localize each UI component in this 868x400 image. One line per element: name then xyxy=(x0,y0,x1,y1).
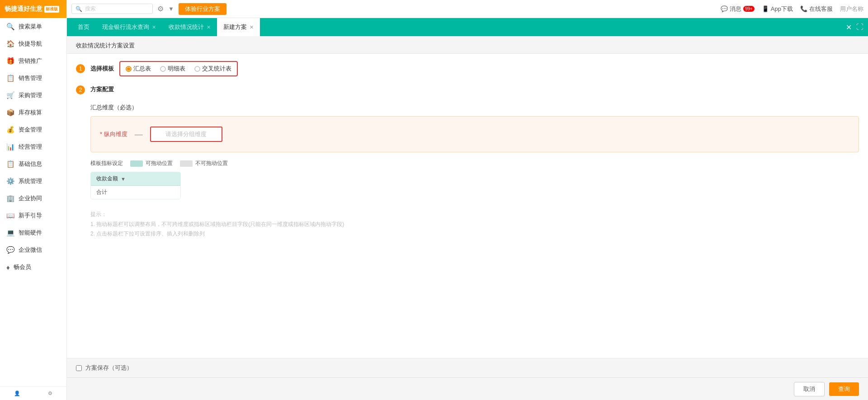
step1-label: 选择模板 xyxy=(90,65,114,73)
notifications-label: 消息 xyxy=(730,5,741,13)
indicator-body: 合计 xyxy=(91,186,180,199)
radio-cross-label: 交叉统计表 xyxy=(202,65,231,73)
step2-label: 方案配置 xyxy=(90,85,114,94)
sidebar: 畅捷通好生意 标准版 🔍 搜索菜单 🏠 快捷导航 🎁 营销推广 📋 销售管理 🛒… xyxy=(0,0,67,400)
online-service-btn[interactable]: 📞 在线客服 xyxy=(800,5,833,13)
service-icon: 📞 xyxy=(800,5,807,12)
app-download-btn[interactable]: 📱 App下载 xyxy=(762,5,793,13)
search-icon: 🔍 xyxy=(75,6,82,12)
tab-bank-flow[interactable]: 现金银行流水查询 ✕ xyxy=(96,18,162,36)
sidebar-item-wechat[interactable]: 💬 企业微信 xyxy=(0,241,66,259)
notifications-btn[interactable]: 💬 消息 99+ xyxy=(721,5,755,13)
industry-btn[interactable]: 体验行业方案 xyxy=(179,3,226,15)
radio-summary-dot xyxy=(126,66,132,72)
money-icon: 💰 xyxy=(6,126,15,134)
tab-bank-flow-label: 现金银行流水查询 xyxy=(102,23,149,31)
sidebar-item-guide[interactable]: 📖 新手引导 xyxy=(0,207,66,224)
sidebar-item-basic-info[interactable]: 📋 基础信息 xyxy=(0,155,66,173)
sidebar-item-sales[interactable]: 📋 销售管理 xyxy=(0,70,66,87)
step2-content: 汇总维度（必选） * 纵向维度 — 请选择分组维度 模板指标设定 xyxy=(90,104,859,239)
info-icon: 📋 xyxy=(6,160,15,168)
cart-icon: 🛒 xyxy=(6,91,15,99)
step1-row: 1 选择模板 汇总表 明细表 交叉统计表 xyxy=(76,61,859,76)
search-box[interactable]: 🔍 搜索 xyxy=(71,4,153,14)
query-button[interactable]: 查询 xyxy=(829,382,859,396)
user-icon: 👤 xyxy=(14,391,20,396)
topbar: 🔍 搜索 ⚙ ▼ 体验行业方案 💬 消息 99+ 📱 App下载 📞 在线客服 … xyxy=(67,0,868,18)
sidebar-item-label: 搜索菜单 xyxy=(19,23,42,31)
indicator-legend: 模板指标设定 可拖动位置 不可拖动位置 xyxy=(90,160,859,167)
radio-cross[interactable]: 交叉统计表 xyxy=(194,65,231,73)
radio-detail-label: 明细表 xyxy=(168,65,185,73)
app-logo: 畅捷通好生意 标准版 xyxy=(0,0,66,18)
gear-settings-icon[interactable]: ⚙ xyxy=(157,5,164,13)
sidebar-item-label: 经营管理 xyxy=(19,143,42,151)
legend-draggable: 可拖动位置 xyxy=(130,160,173,167)
settings-icon: ⚙ xyxy=(48,391,52,396)
content-area: 收款情况统计方案设置 1 选择模板 汇总表 明细表 xyxy=(67,36,868,377)
box-icon: 📦 xyxy=(6,108,15,117)
save-section: 方案保存（可选） xyxy=(67,358,868,377)
save-label: 方案保存（可选） xyxy=(85,364,132,372)
sidebar-bottom: 👤 ⚙ xyxy=(0,386,66,400)
topbar-right: 💬 消息 99+ 📱 App下载 📞 在线客服 用户名称 xyxy=(721,5,863,13)
indicator-header[interactable]: 收款金额 ▼ xyxy=(91,172,180,186)
radio-summary[interactable]: 汇总表 xyxy=(126,65,151,73)
gear-icon: ⚙️ xyxy=(6,177,15,185)
search-icon: 🔍 xyxy=(6,23,15,31)
tab-receipts-stat-close-icon[interactable]: ✕ xyxy=(207,24,211,30)
save-checkbox[interactable] xyxy=(76,365,82,371)
sidebar-item-smart-hw[interactable]: 💻 智能硬件 xyxy=(0,224,66,241)
sidebar-item-label: 基础信息 xyxy=(19,160,42,168)
tab-home[interactable]: 首页 xyxy=(71,18,96,36)
sidebar-item-label: 销售管理 xyxy=(19,74,42,82)
tab-receipts-stat[interactable]: 收款情况统计 ✕ xyxy=(162,18,217,36)
sidebar-item-marketing[interactable]: 🎁 营销推广 xyxy=(0,52,66,70)
sidebar-item-purchase[interactable]: 🛒 采购管理 xyxy=(0,87,66,104)
sidebar-item-operation[interactable]: 📊 经营管理 xyxy=(0,138,66,155)
tips-section: 提示： 1. 拖动标题栏可以调整布局，不可跨维度或指标区域拖动栏目字段(只能在同… xyxy=(90,210,859,239)
sidebar-item-label: 畅会员 xyxy=(14,263,31,271)
sidebar-item-label: 采购管理 xyxy=(19,91,42,99)
dimension-area: * 纵向维度 — 请选择分组维度 xyxy=(90,116,859,152)
template-radio-group: 汇总表 明细表 交叉统计表 xyxy=(119,61,238,76)
guide-icon: 📖 xyxy=(6,212,15,220)
service-label: 在线客服 xyxy=(809,5,833,13)
tab-new-plan[interactable]: 新建方案 ✕ xyxy=(217,18,260,36)
sidebar-item-member[interactable]: ♦ 畅会员 xyxy=(0,259,66,276)
group-dimension-select[interactable]: 请选择分组维度 xyxy=(150,127,222,142)
radio-cross-dot xyxy=(194,66,200,72)
sidebar-item-inventory[interactable]: 📦 库存核算 xyxy=(0,104,66,121)
maximize-icon[interactable]: ⛶ xyxy=(856,23,863,31)
footer-bar: 取消 查询 xyxy=(67,377,868,400)
radio-detail-dot xyxy=(160,66,166,72)
tab-new-plan-close-icon[interactable]: ✕ xyxy=(250,24,254,30)
radio-detail[interactable]: 明细表 xyxy=(160,65,185,73)
close-window-icon[interactable]: ✕ xyxy=(846,23,852,32)
sidebar-item-label: 新手引导 xyxy=(19,212,42,220)
sidebar-item-label: 系统管理 xyxy=(19,177,42,185)
logo-badge: 标准版 xyxy=(44,6,59,13)
sidebar-bottom-settings[interactable]: ⚙ xyxy=(48,391,52,396)
sidebar-item-enterprise[interactable]: 🏢 企业协同 xyxy=(0,190,66,207)
form-section: 1 选择模板 汇总表 明细表 交叉统计表 xyxy=(67,54,868,358)
home-icon: 🏠 xyxy=(6,40,15,48)
sidebar-item-capital[interactable]: 💰 资金管理 xyxy=(0,121,66,138)
search-placeholder: 搜索 xyxy=(85,5,96,13)
tab-new-plan-label: 新建方案 xyxy=(223,23,247,31)
download-label: App下载 xyxy=(771,5,793,13)
cancel-button[interactable]: 取消 xyxy=(794,382,825,396)
enterprise-icon: 🏢 xyxy=(6,194,15,202)
tabbar-actions: ✕ ⛶ xyxy=(841,23,868,32)
tab-bank-flow-close-icon[interactable]: ✕ xyxy=(152,24,156,30)
dropdown-arrow-icon[interactable]: ▼ xyxy=(168,5,174,12)
tip1-text: 1. 拖动标题栏可以调整布局，不可跨维度或指标区域拖动栏目字段(只能在同一维度或… xyxy=(90,220,859,230)
sidebar-item-label: 企业微信 xyxy=(19,246,42,254)
tabbar: 首页 现金银行流水查询 ✕ 收款情况统计 ✕ 新建方案 ✕ ✕ ⛶ xyxy=(67,18,868,36)
sidebar-item-search-menu[interactable]: 🔍 搜索菜单 xyxy=(0,18,66,35)
sidebar-item-quick-nav[interactable]: 🏠 快捷导航 xyxy=(0,35,66,52)
sidebar-bottom-user[interactable]: 👤 xyxy=(14,391,20,396)
sidebar-item-label: 资金管理 xyxy=(19,126,42,134)
sidebar-item-system[interactable]: ⚙️ 系统管理 xyxy=(0,173,66,190)
tab-home-label: 首页 xyxy=(78,23,90,31)
